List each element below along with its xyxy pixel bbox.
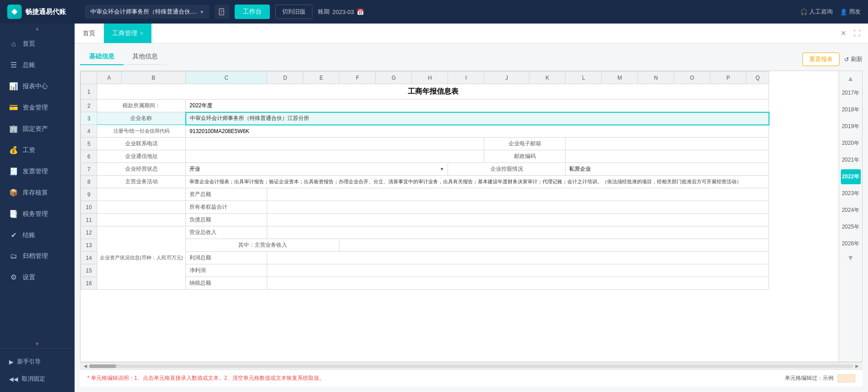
cell-6-right-value[interactable] [566,150,769,163]
sidebar-item-label-inventory: 库存核算 [23,189,48,197]
year-item-2017[interactable]: 2017年 [841,86,861,100]
sidebar-item-label-tax: 税务管理 [23,210,48,218]
sidebar-item-archive[interactable]: 🗂 归档管理 [0,246,75,267]
calendar-icon[interactable]: 📅 [357,9,364,15]
tab-home[interactable]: 首页 [75,24,104,43]
year-item-2021[interactable]: 2021年 [841,153,861,167]
row-num-3: 3 [81,112,97,125]
scroll-track[interactable] [89,364,854,368]
year-item-2024[interactable]: 2024年 [841,203,861,218]
sidebar-scroll-down[interactable]: ▼ [0,340,75,348]
sidebar-guide-button[interactable]: ▶ 新手引导 [0,353,75,370]
title-cell[interactable]: 工商年报信息表 [97,84,769,100]
year-item-2020[interactable]: 2020年 [841,136,861,151]
cell-7-label: 企业经营状态 [97,163,186,176]
document-icon[interactable] [215,5,229,19]
sidebar-item-salary[interactable]: 💰 工资 [0,139,75,161]
cell-6-value[interactable] [186,150,484,163]
sidebar-item-invoice[interactable]: 🧾 发票管理 [0,161,75,182]
sidebar-item-tax[interactable]: 📑 税务管理 [0,203,75,225]
sidebar-item-ledger[interactable]: ☰ 总账 [0,54,75,76]
sidebar-guide-label: 新手引导 [17,358,41,366]
user-button[interactable]: 👤 用友 [840,8,861,16]
old-version-button[interactable]: 切到旧版 [275,5,312,19]
main-layout: ▲ ⌂ 首页 ☰ 总账 📊 报表中心 💳 资金管理 🏢 固定资产 [0,24,868,392]
unpin-icon: ◀◀ [9,376,18,382]
cell-7-right-label: 企业控股情况 [448,163,566,176]
row-num-1: 1 [81,84,97,100]
sidebar-scroll-up[interactable]: ▲ [0,24,75,33]
bottom-right: 单元格编辑过：示例 [785,374,855,382]
year-item-2018[interactable]: 2018年 [841,102,861,117]
sidebar-item-assets[interactable]: 🏢 固定资产 [0,118,75,139]
cell-9-value[interactable] [267,188,769,201]
sidebar-item-inventory[interactable]: 📦 库存核算 [0,182,75,203]
cell-2-value[interactable]: 2022年度 [186,100,769,112]
cell-16-value[interactable] [267,277,769,290]
sidebar-item-finance[interactable]: 💳 资金管理 [0,97,75,118]
sub-tab-basic[interactable]: 基础信息 [80,49,123,65]
scroll-left-arrow[interactable]: ◀ [82,363,89,368]
cell-7-right-value[interactable]: 私营企业 [566,163,769,176]
workbench-button[interactable]: 工作台 [235,5,270,19]
guide-icon: ▶ [9,359,14,365]
cell-3-value[interactable]: 中审众环会计师事务所（特殊普通合伙）江苏分所 [186,112,769,125]
cell-5-right-value[interactable] [566,138,769,150]
horizontal-scrollbar[interactable]: ◀ ▶ [80,362,863,369]
col-header-q: Q [746,72,769,84]
sidebar-item-home[interactable]: ⌂ 首页 [0,33,75,54]
cell-15-label: 净利润 [186,264,267,277]
cell-9-label: 资产总额 [186,188,267,201]
year-item-2025[interactable]: 2025年 [841,220,861,234]
cell-4-value[interactable]: 91320100MA208E5W6K [186,125,769,138]
cell-13-value[interactable] [340,239,769,252]
scroll-thumb[interactable] [89,364,116,368]
cell-8-value[interactable]: 审查企业会计报表；出具审计报告；验证企业资本；出具验资报告；办理企业合开、分立、… [186,176,769,188]
spreadsheet-main[interactable]: A B C D E F G H I J [80,71,839,362]
year-item-2019[interactable]: 2019年 [841,119,861,134]
sidebar-item-reports[interactable]: 📊 报表中心 [0,76,75,97]
window-close-icon[interactable]: ✕ [839,27,848,39]
tab-close-icon[interactable]: × [140,30,143,37]
cell-8-label: 主营业务活动 [97,176,186,188]
year-item-2022[interactable]: 2022年 [841,169,861,184]
period-area: 账期 2023-03 📅 [318,8,364,16]
window-expand-icon[interactable]: ⛶ [852,28,863,39]
cell-11-value[interactable] [267,214,769,226]
year-nav-up[interactable]: ▲ [839,73,862,85]
cell-11-spacer [97,214,186,226]
page-area: 基础信息 其他信息 重置报表 ↺ 刷新 [75,43,868,392]
sidebar-item-label-salary: 工资 [23,146,35,154]
row-num-16: 16 [81,277,97,290]
sub-tab-other[interactable]: 其他信息 [123,49,167,65]
cell-14-value[interactable] [267,252,769,264]
sidebar-item-checkout[interactable]: ✔ 结账 [0,225,75,246]
dropdown-icon[interactable]: ▼ [439,167,444,172]
year-nav-down[interactable]: ▼ [839,252,862,264]
refresh-icon: ↺ [844,56,849,63]
spreadsheet-container: A B C D E F G H I J [80,71,863,362]
cell-10-value[interactable] [267,201,769,214]
sidebar-unpin-button[interactable]: ◀◀ 取消固定 [0,370,75,387]
table-row-6: 6 企业通信地址 邮政编码 [81,150,769,163]
cell-edit-hint: * 单元格编辑说明：1、点击单元格直接录入数值或文本。2、清空单元格数值或文本恢… [87,374,325,382]
service-button[interactable]: 🎧 人工咨询 [800,8,833,16]
cell-7-value[interactable]: 开业 ▼ [186,163,448,176]
cell-12-value[interactable] [267,226,769,239]
company-selector[interactable]: 中审众环会计师事务所（特殊普通合伙.... ▼ [85,5,209,19]
col-header-e: E [303,72,340,84]
table-row-9: 9 资产总额 [81,188,769,201]
col-header-j: J [484,72,529,84]
reset-button[interactable]: 重置报表 [802,53,840,66]
sidebar-item-settings[interactable]: ⚙ 设置 [0,267,75,288]
headset-icon: 🎧 [800,9,807,15]
sidebar-item-label-checkout: 结账 [23,231,35,239]
scroll-right-arrow[interactable]: ▶ [854,363,861,368]
tab-business-admin[interactable]: 工商管理 × [104,24,151,43]
col-header-f: F [340,72,376,84]
refresh-button[interactable]: ↺ 刷新 [844,55,863,63]
year-item-2026[interactable]: 2026年 [841,236,861,251]
cell-5-value[interactable] [186,138,484,150]
year-item-2023[interactable]: 2023年 [841,186,861,201]
cell-15-value[interactable] [267,264,769,277]
